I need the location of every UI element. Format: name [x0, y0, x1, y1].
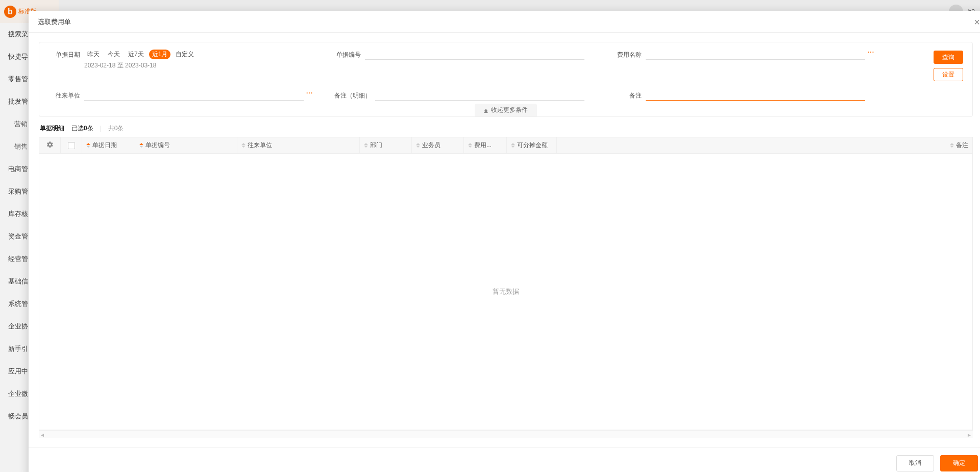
preset-custom[interactable]: 自定义 [173, 50, 197, 59]
preset-today[interactable]: 今天 [105, 50, 123, 59]
remark-input[interactable] [646, 90, 865, 101]
close-icon[interactable]: × [974, 17, 980, 27]
column-header-date[interactable]: 单据日期 [82, 137, 135, 153]
filter-label-feename: 费用名称 [610, 50, 646, 59]
code-input[interactable] [365, 50, 584, 60]
chevron-double-up-icon [484, 109, 488, 111]
filter-label-remark: 备注 [610, 90, 646, 100]
selected-prefix: 已选 [71, 125, 84, 132]
column-header-amount[interactable]: 可分摊金额 [507, 137, 557, 153]
sort-icon [86, 143, 90, 148]
party-input[interactable] [84, 90, 304, 101]
column-header-sales[interactable]: 业务员 [412, 137, 464, 153]
filter-remark: 备注 [610, 90, 891, 101]
filter-detail-remark: 备注（明细） [329, 90, 610, 101]
col-label: 备注 [956, 141, 968, 150]
feename-input[interactable] [646, 50, 865, 60]
ellipsis-icon[interactable]: ··· [868, 49, 874, 56]
selected-suffix: 条 [87, 125, 93, 132]
horizontal-scrollbar[interactable]: ◄ ► [39, 430, 973, 438]
column-header-fee[interactable]: 费用... [464, 137, 507, 153]
scroll-left-icon: ◄ [40, 432, 45, 437]
settings-button[interactable]: 设置 [934, 68, 963, 81]
modal-body: 单据日期 昨天 今天 近7天 近1月 自定义 2023-02-18 至 2023… [29, 33, 980, 447]
column-settings[interactable] [39, 137, 61, 153]
modal-footer: 取消 确定 [29, 447, 980, 472]
scroll-right-icon: ► [967, 432, 972, 437]
filter-code: 单据编号 [329, 50, 610, 81]
modal-title: 选取费用单 [38, 17, 71, 27]
collapse-filters-button[interactable]: 收起更多条件 [475, 104, 537, 116]
data-grid: 单据日期 单据编号 往来单位 部门 业务员 [39, 137, 973, 430]
sort-icon [511, 143, 515, 148]
filter-label-detail-remark: 备注（明细） [329, 90, 375, 100]
checkbox-icon [68, 142, 75, 149]
filter-date: 单据日期 昨天 今天 近7天 近1月 自定义 2023-02-18 至 2023… [48, 50, 329, 81]
grid-header-row: 单据日期 单据编号 往来单位 部门 业务员 [39, 137, 972, 154]
col-label: 单据编号 [145, 141, 170, 150]
detail-remark-input[interactable] [375, 90, 584, 101]
sort-icon [416, 143, 420, 148]
select-expense-modal: 选取费用单 × 单据日期 昨天 今天 近7天 近1月 自定义 [29, 11, 980, 472]
column-header-dept[interactable]: 部门 [360, 137, 412, 153]
query-button[interactable]: 查询 [934, 51, 963, 64]
total-count-text: 共0条 [108, 124, 124, 133]
empty-text: 暂无数据 [493, 287, 519, 296]
selected-count: 0 [84, 125, 87, 132]
column-header-code[interactable]: 单据编号 [135, 137, 237, 153]
column-header-remark[interactable]: 备注 [557, 137, 972, 153]
col-label: 往来单位 [248, 141, 272, 150]
col-label: 部门 [370, 141, 382, 150]
confirm-button[interactable]: 确定 [940, 455, 978, 471]
sort-icon [139, 143, 143, 148]
filter-label-code: 单据编号 [329, 50, 365, 59]
ellipsis-icon[interactable]: ··· [306, 89, 313, 97]
sort-icon [364, 143, 368, 148]
section-title: 单据明细 [40, 124, 64, 133]
section-header: 单据明细 已选0条 共0条 [40, 124, 973, 133]
filter-feename: 费用名称 ··· [610, 50, 891, 81]
filter-party: 往来单位 ··· [48, 90, 329, 101]
filter-card: 单据日期 昨天 今天 近7天 近1月 自定义 2023-02-18 至 2023… [39, 42, 973, 117]
column-header-party[interactable]: 往来单位 [237, 137, 360, 153]
sort-icon [468, 143, 472, 148]
preset-last1month[interactable]: 近1月 [149, 50, 171, 59]
column-checkbox-all[interactable] [61, 137, 82, 153]
filter-actions: 查询 设置 [922, 50, 963, 81]
grid-body-empty: 暂无数据 [39, 154, 972, 430]
col-label: 费用... [474, 141, 492, 150]
modal-header: 选取费用单 × [29, 11, 980, 33]
preset-last7[interactable]: 近7天 [125, 50, 147, 59]
sort-icon [241, 143, 246, 148]
gear-icon [46, 141, 54, 150]
col-label: 可分摊金额 [517, 141, 548, 150]
selected-count-text: 已选0条 [71, 124, 93, 133]
divider [101, 126, 101, 132]
sort-icon [950, 143, 954, 148]
col-label: 单据日期 [92, 141, 117, 150]
date-range-text: 2023-02-18 至 2023-03-18 [84, 61, 329, 70]
collapse-text: 收起更多条件 [491, 106, 528, 114]
filter-label-date: 单据日期 [48, 50, 84, 59]
preset-yesterday[interactable]: 昨天 [84, 50, 103, 59]
col-label: 业务员 [422, 141, 440, 150]
filter-label-party: 往来单位 [48, 90, 84, 100]
cancel-button[interactable]: 取消 [896, 455, 934, 471]
